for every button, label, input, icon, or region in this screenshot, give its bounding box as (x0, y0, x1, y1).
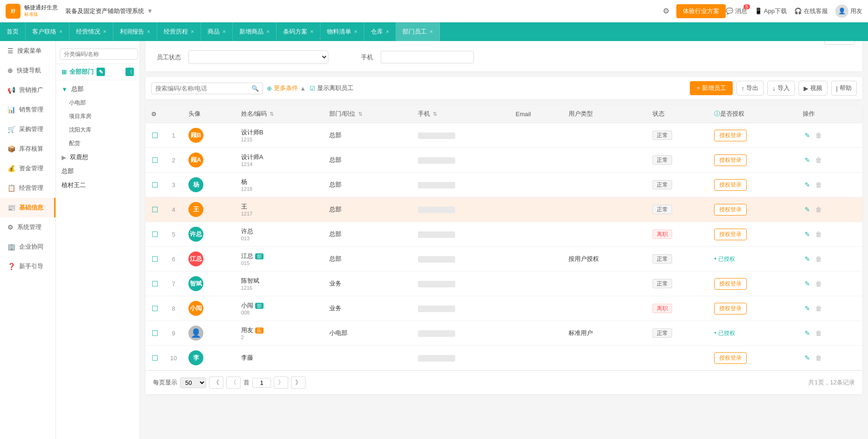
col-name[interactable]: 姓名/编码 ⇅ (236, 105, 324, 123)
close-tab-icon[interactable]: × (354, 28, 357, 35)
auth-login-btn[interactable]: 授权登录 (714, 179, 747, 191)
delete-btn[interactable]: 🗑 (813, 205, 824, 214)
close-tab-icon[interactable]: × (386, 28, 389, 35)
nav-tab-新增商品[interactable]: 新增商品× (233, 22, 277, 41)
nav-tab-物料清单[interactable]: 物料清单× (320, 22, 364, 41)
row-auth[interactable]: 授权登录 (708, 197, 797, 222)
auth-login-btn[interactable]: 授权登录 (714, 154, 747, 166)
delete-btn[interactable]: 🗑 (813, 353, 824, 362)
close-tab-icon[interactable]: × (310, 28, 313, 35)
auth-login-btn[interactable]: 授权登录 (714, 229, 747, 240)
dropdown-icon[interactable]: ▼ (147, 7, 153, 14)
delete-btn[interactable]: 🗑 (813, 180, 824, 189)
auth-login-btn[interactable]: 授权登录 (714, 204, 747, 216)
auth-login-btn[interactable]: 授权登录 (714, 303, 747, 314)
sidebar-item-basic-info[interactable]: 📰基础信息 (0, 198, 56, 217)
dept-collapse-btn[interactable]: 《 (125, 68, 134, 76)
sidebar-item-search-menu[interactable]: ☰搜索菜单 (0, 41, 56, 61)
row-checkbox[interactable]: ☐ (146, 123, 164, 148)
nav-tab-部门员工[interactable]: 部门员工× (396, 22, 440, 41)
row-checkbox[interactable]: ☐ (146, 296, 164, 321)
row-auth[interactable]: 授权登录 (708, 148, 797, 173)
nav-tab-条码方案[interactable]: 条码方案× (277, 22, 320, 41)
sidebar-item-inventory[interactable]: 📦库存核算 (0, 139, 56, 159)
auth-login-btn[interactable]: 授权登录 (714, 130, 747, 141)
sidebar-item-operations[interactable]: 📋经营管理 (0, 178, 56, 198)
dept-item-shuanglusiang[interactable]: ▶ 双鹿想 (56, 150, 139, 164)
sidebar-item-finance[interactable]: 💰资金管理 (0, 159, 56, 178)
delete-btn[interactable]: 🗑 (813, 131, 824, 140)
row-auth[interactable]: 授权登录 (708, 346, 797, 370)
search-input[interactable] (155, 85, 249, 92)
phone-input[interactable] (381, 51, 474, 63)
dept-item-xiangmuKufang[interactable]: 项目库房 (56, 110, 139, 123)
row-checkbox[interactable]: ☐ (146, 346, 164, 370)
row-auth[interactable]: 授权登录 (708, 173, 797, 197)
row-auth[interactable]: 授权登录 (708, 123, 797, 148)
sidebar-item-enterprise[interactable]: 🏢企业协同 (0, 237, 56, 257)
nav-tab-利润报告[interactable]: 利润报告× (113, 22, 157, 41)
dept-item-xiaodibu[interactable]: 小电部 (56, 96, 139, 110)
row-auth[interactable]: 授权登录 (708, 296, 797, 321)
sidebar-item-purchase[interactable]: 🛒采购管理 (0, 119, 56, 139)
close-tab-icon[interactable]: × (147, 28, 150, 35)
dept-search-input[interactable] (60, 49, 138, 60)
row-checkbox[interactable]: ☐ (146, 321, 164, 346)
add-employee-button[interactable]: + 新增员工 (690, 81, 732, 95)
trial-button[interactable]: 体验行业方案 (676, 4, 726, 18)
show-resigned-toggle[interactable]: ☑ 显示离职员工 (310, 84, 354, 92)
delete-btn[interactable]: 🗑 (813, 155, 824, 165)
edit-btn[interactable]: ✎ (803, 353, 812, 362)
prev-page-btn[interactable]: 〈 (226, 376, 241, 389)
row-auth[interactable]: 授权登录 (708, 222, 797, 247)
view-button[interactable]: ▶ 视频 (799, 81, 827, 96)
delete-btn[interactable]: 🗑 (813, 230, 824, 239)
dept-item-shenyangdaku[interactable]: 沈阳大库 (56, 123, 139, 137)
edit-btn[interactable]: ✎ (803, 155, 812, 165)
dept-item-zongbu[interactable]: 总部 (56, 164, 139, 178)
edit-btn[interactable]: ✎ (803, 230, 812, 239)
last-page-btn[interactable]: 》 (291, 376, 306, 389)
dept-edit-icon[interactable]: ✎ (97, 68, 105, 76)
delete-btn[interactable]: 🗑 (813, 254, 824, 264)
online-service-btn[interactable]: 🎧 在线客服 (794, 7, 828, 15)
row-checkbox[interactable]: ☐ (146, 272, 164, 296)
sidebar-item-system[interactable]: ⚙系统管理 (0, 217, 56, 237)
nav-tab-仓库[interactable]: 仓库× (364, 22, 396, 41)
help-button[interactable]: | 帮助 (831, 81, 857, 96)
delete-btn[interactable]: 🗑 (813, 328, 824, 338)
row-checkbox[interactable]: ☐ (146, 148, 164, 173)
edit-btn[interactable]: ✎ (803, 279, 812, 288)
dept-item-zhicunwanger[interactable]: 植村王二 (56, 178, 139, 192)
nav-tab-经营情况[interactable]: 经营情况× (69, 22, 113, 41)
user-menu[interactable]: 👤 用友 (835, 5, 862, 18)
edit-btn[interactable]: ✎ (803, 304, 812, 313)
page-size-select[interactable]: 50 20 100 (180, 377, 206, 388)
close-tab-icon[interactable]: × (266, 28, 270, 35)
col-dept[interactable]: 部门/职位 ⇅ (324, 105, 412, 123)
dept-item-general[interactable]: ▼ 总部 (56, 82, 139, 96)
col-settings[interactable]: ⚙ (146, 105, 164, 123)
close-tab-icon[interactable]: × (103, 28, 106, 35)
nav-tab-经营历程[interactable]: 经营历程× (157, 22, 201, 41)
sidebar-item-guide[interactable]: ❓新手引导 (0, 257, 56, 276)
delete-btn[interactable]: 🗑 (813, 279, 824, 288)
settings-icon[interactable]: ⚙ (660, 5, 673, 18)
nav-tab-首页[interactable]: 首页 (0, 22, 26, 41)
sidebar-item-sales[interactable]: 📊销售管理 (0, 100, 56, 119)
edit-btn[interactable]: ✎ (803, 131, 812, 140)
auth-login-btn[interactable]: 授权登录 (714, 278, 747, 290)
sidebar-item-quick-nav[interactable]: ⊕快捷导航 (0, 61, 56, 80)
edit-btn[interactable]: ✎ (803, 254, 812, 264)
close-tab-icon[interactable]: × (430, 28, 433, 35)
close-tab-icon[interactable]: × (191, 28, 194, 35)
first-page-btn[interactable]: 《 (209, 376, 223, 389)
close-tab-icon[interactable]: × (59, 28, 62, 35)
edit-btn[interactable]: ✎ (803, 180, 812, 189)
row-checkbox[interactable]: ☐ (146, 197, 164, 222)
col-phone[interactable]: 手机 ⇅ (412, 105, 510, 123)
all-dept-label[interactable]: 全部部门 (69, 68, 94, 76)
dept-item-peihuo[interactable]: 配货 (56, 137, 139, 150)
row-checkbox[interactable]: ☐ (146, 173, 164, 197)
row-auth[interactable]: 授权登录 (708, 272, 797, 296)
